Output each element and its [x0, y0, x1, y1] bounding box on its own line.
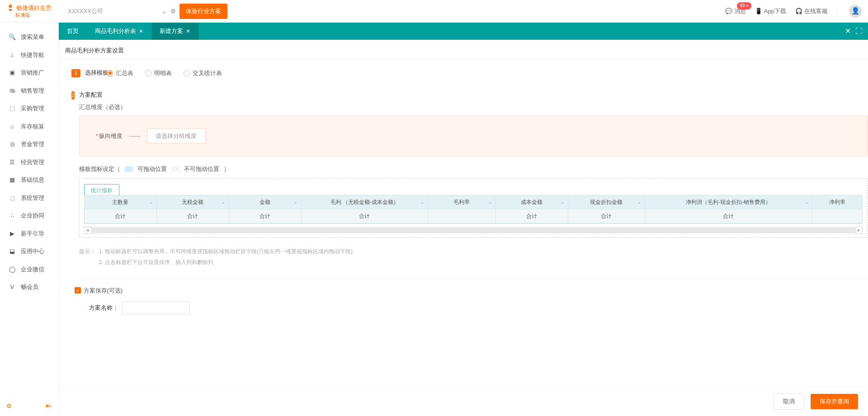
sidebar: 🔍搜索菜单 ⌂快捷导航 ▣营销推广 🛍销售管理 ⬚采购管理 ⌂库存核算 ◎资金管… — [0, 23, 59, 416]
chevron-down-icon[interactable]: ⌄ — [294, 199, 297, 205]
col-qty[interactable]: 主数量⌄ — [85, 195, 157, 209]
col-amount[interactable]: 金额⌄ — [229, 195, 302, 209]
close-icon[interactable]: ✕ — [139, 27, 143, 35]
step2-badge: 2 — [71, 91, 75, 99]
company-select[interactable]: XXXXXX公司 ⌄ — [68, 7, 167, 16]
home-icon: ⌂ — [8, 51, 16, 59]
sum-cell: 合计 — [157, 209, 229, 223]
app-download-button[interactable]: 📱 App下载 — [755, 7, 786, 16]
sidebar-item-member[interactable]: V畅会员 — [0, 278, 58, 296]
template-legend: 模板指标设定（ 可拖动位置 不可拖动位置 ） — [79, 165, 868, 174]
plan-name-input[interactable] — [122, 301, 190, 314]
sidebar-item-marketing[interactable]: ▣营销推广 — [0, 64, 58, 82]
radio-cross[interactable]: 交叉统计表 — [184, 69, 222, 78]
sidebar-item-appcenter[interactable]: ⬓应用中心 — [0, 242, 58, 260]
col-cashdisc[interactable]: 现金折扣金额⌄ — [568, 195, 645, 209]
bag-icon: ⬚ — [8, 104, 16, 113]
sum-cell — [428, 209, 496, 223]
flag-icon: ▣ — [8, 69, 16, 77]
scroll-left-icon[interactable]: ◂ — [84, 227, 91, 234]
tab-gross-profit[interactable]: 商品毛利分析表✕ — [87, 23, 151, 40]
close-icon[interactable]: ✕ — [186, 27, 190, 35]
tab-home[interactable]: 首页 — [59, 23, 87, 40]
sidebar-item-inventory[interactable]: ⌂库存核算 — [0, 118, 58, 136]
notifications-button[interactable]: 💬 消息 99 + — [725, 7, 746, 16]
chevron-down-icon[interactable]: ⌄ — [637, 199, 641, 205]
box-icon: ⌂ — [8, 122, 16, 130]
col-netprofit[interactable]: 净利润（毛利-现金折扣-销售费用）⌄ — [645, 195, 812, 209]
sidebar-item-purchase[interactable]: ⬚采购管理 — [0, 99, 58, 118]
col-cost[interactable]: 成本金额⌄ — [496, 195, 568, 209]
col-netrate[interactable]: 净利率 — [812, 195, 862, 209]
page-title: 商品毛利分析方案设置 — [59, 40, 868, 59]
cancel-button[interactable]: 取消 — [774, 393, 804, 410]
save-and-query-button[interactable]: 保存并查询 — [811, 394, 858, 409]
tabs-bar: 首页 商品毛利分析表✕ 新建方案✕ ✕ ⛶ — [59, 23, 868, 40]
chevron-down-icon[interactable]: ⌄ — [488, 199, 492, 205]
sum-cell: 合计 — [568, 209, 645, 223]
logo-subtext: 标准版 — [6, 11, 30, 19]
team-icon: ⛬ — [8, 212, 16, 220]
dimension-dropzone: *纵向维度 —— 请选择分组维度 — [79, 115, 868, 157]
sum-cell — [812, 209, 862, 223]
sidebar-collapse-icon[interactable]: ⇤ — [46, 400, 52, 412]
sidebar-item-search[interactable]: 🔍搜索菜单 — [0, 28, 58, 46]
sum-cell: 合计 — [496, 209, 568, 223]
stat-tab[interactable]: 统计指标 — [84, 184, 119, 195]
dimension-label: *纵向维度 — [96, 132, 123, 141]
chevron-down-icon[interactable]: ⌄ — [805, 199, 808, 205]
cog-icon: ◌ — [8, 194, 16, 202]
sum-cell: 合计 — [645, 209, 812, 223]
coin-icon: ◎ — [8, 140, 16, 148]
sidebar-item-basic[interactable]: ▦基础信息 — [0, 171, 58, 189]
template-area: 统计指标 主数量⌄ 无税金额⌄ 金额⌄ 毛利 （无税金额-成本金额）⌄ 毛利率⌄… — [79, 178, 868, 238]
sidebar-item-wechat[interactable]: ◯企业微信 — [0, 260, 58, 279]
sidebar-item-collab[interactable]: ⛬企业协同 — [0, 207, 58, 225]
sidebar-item-funds[interactable]: ◎资金管理 — [0, 135, 58, 153]
save-plan-checkbox[interactable]: ✓ 方案保存(可选) — [75, 286, 868, 295]
tab-new-plan[interactable]: 新建方案✕ — [151, 23, 198, 40]
chevron-down-icon[interactable]: ⌄ — [561, 199, 564, 205]
chevron-down-icon[interactable]: ⌄ — [222, 199, 225, 205]
dimension-select[interactable]: 请选择分组维度 — [147, 128, 206, 144]
help-icon: ▶ — [8, 229, 16, 237]
sidebar-item-system[interactable]: ◌系统管理 — [0, 189, 58, 207]
company-gear-icon[interactable]: ⚙ — [170, 7, 176, 16]
col-grossrate[interactable]: 毛利率⌄ — [428, 195, 496, 209]
col-untaxed[interactable]: 无税金额⌄ — [157, 195, 229, 209]
data-icon: ▦ — [8, 176, 16, 184]
topbar: 畅捷通好生意 标准版 XXXXXX公司 ⌄ ⚙ 体验行业方案 💬 消息 99 +… — [0, 0, 868, 23]
sum-cell: 合计 — [229, 209, 302, 223]
sidebar-item-quicknav[interactable]: ⌂快捷导航 — [0, 46, 58, 64]
sidebar-settings-icon[interactable]: ⚙ — [6, 402, 12, 411]
hint-text: 提示：1. 拖动标题栏可以调整布局，不可跨维度或指标区域拖动栏目字段(只能在同一… — [79, 246, 868, 268]
logo-icon — [6, 4, 14, 12]
chevron-down-icon[interactable]: ⌄ — [149, 199, 153, 205]
bell-icon: 💬 — [725, 7, 732, 16]
avatar[interactable]: 👤 — [849, 5, 862, 18]
vip-icon: V — [8, 283, 16, 291]
plan-name-label: 方案名称： — [89, 303, 118, 312]
sidebar-item-operations[interactable]: ☰经营管理 — [0, 153, 58, 171]
fullscreen-icon[interactable]: ⛶ — [855, 26, 863, 37]
scroll-right-icon[interactable]: ▸ — [855, 227, 863, 234]
app-icon: ⬓ — [8, 247, 16, 255]
step2-title: 方案配置 — [79, 90, 868, 99]
radio-detail[interactable]: 明细表 — [145, 69, 172, 78]
sidebar-item-sales[interactable]: 🛍销售管理 — [0, 82, 58, 100]
online-service-button[interactable]: 🎧 在线客服 — [795, 7, 828, 16]
notifications-badge: 99 + — [737, 2, 751, 9]
step1-badge: 1 — [71, 69, 80, 77]
sum-cell: 合计 — [85, 209, 157, 223]
horizontal-scrollbar[interactable]: ◂ ▸ — [84, 227, 863, 234]
trial-plan-button[interactable]: 体验行业方案 — [179, 4, 227, 19]
sidebar-item-guide[interactable]: ▶新手引导 — [0, 225, 58, 243]
close-all-icon[interactable]: ✕ — [845, 26, 851, 37]
search-icon: 🔍 — [8, 33, 16, 41]
radio-summary[interactable]: 汇总表 — [107, 69, 133, 78]
chevron-down-icon[interactable]: ⌄ — [420, 199, 424, 205]
app-logo: 畅捷通好生意 标准版 — [6, 4, 59, 19]
nondraggable-swatch — [171, 166, 179, 172]
col-gross[interactable]: 毛利 （无税金额-成本金额）⌄ — [302, 195, 428, 209]
dim-header: 汇总维度（必选） — [79, 103, 868, 112]
